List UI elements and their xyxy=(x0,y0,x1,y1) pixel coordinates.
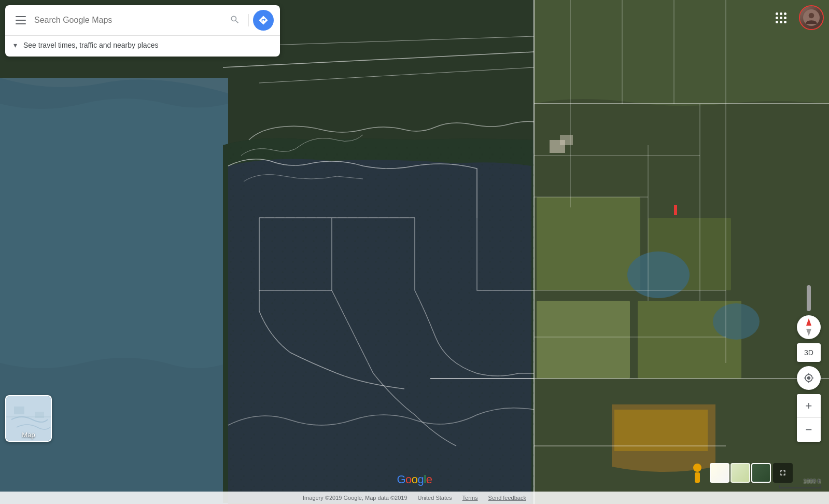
pegman-button[interactable] xyxy=(687,459,708,486)
search-input[interactable] xyxy=(34,16,226,25)
map-type-button[interactable]: Map xyxy=(5,395,52,442)
menu-line-1 xyxy=(16,16,26,17)
3d-button[interactable]: 3D xyxy=(797,343,821,362)
svg-point-7 xyxy=(627,251,690,298)
map-type-label: Map xyxy=(6,431,51,439)
top-right-controls xyxy=(771,5,824,30)
chevron-down-icon: ▾ xyxy=(13,41,17,49)
map-default-button[interactable] xyxy=(710,463,729,483)
grid-dot xyxy=(784,12,786,15)
map-type-squares xyxy=(710,463,771,483)
svg-rect-32 xyxy=(228,145,534,503)
divider xyxy=(248,14,249,26)
compass-south-needle xyxy=(806,329,811,336)
logo-g2: g xyxy=(418,473,424,486)
logo-g1: G xyxy=(397,473,405,486)
pegman-head xyxy=(693,464,701,472)
svg-point-8 xyxy=(713,303,760,340)
avatar-inner xyxy=(800,6,823,29)
search-panel: ▾ See travel times, traffic and nearby p… xyxy=(5,5,280,57)
map-terrain-button[interactable] xyxy=(730,463,750,483)
grid-dot xyxy=(776,17,778,19)
grid-dot xyxy=(780,12,782,15)
grid-dot xyxy=(780,21,782,23)
grid-dot xyxy=(776,12,778,15)
logo-o2: o xyxy=(412,473,418,486)
menu-line-2 xyxy=(16,20,26,21)
bottom-bar: Imagery ©2019 Google, Map data ©2019 Uni… xyxy=(0,492,829,504)
logo-e: e xyxy=(426,473,432,486)
menu-button[interactable] xyxy=(11,12,30,29)
directions-button[interactable] xyxy=(253,10,274,31)
grid-dot xyxy=(780,17,782,19)
scale-text: 1000 ft xyxy=(803,478,821,484)
locate-button[interactable] xyxy=(797,366,821,390)
tilt-handle[interactable] xyxy=(807,285,811,311)
compass-north-needle xyxy=(806,318,811,326)
scale-line xyxy=(779,485,821,488)
search-button[interactable] xyxy=(226,10,244,31)
zoom-in-button[interactable]: + xyxy=(797,394,821,418)
region-text: United States xyxy=(418,495,452,501)
terms-link[interactable]: Terms xyxy=(462,495,478,501)
svg-rect-3 xyxy=(537,197,640,290)
google-logo: Google xyxy=(397,473,432,486)
search-row xyxy=(5,5,280,35)
map-type-toggle[interactable]: Map xyxy=(5,395,52,442)
apps-grid-icon xyxy=(776,12,786,23)
svg-rect-27 xyxy=(560,135,573,145)
scale-bar: 1000 ft xyxy=(779,478,821,488)
travel-times-row[interactable]: ▾ See travel times, traffic and nearby p… xyxy=(5,35,280,57)
send-feedback-link[interactable]: Send feedback xyxy=(488,495,526,501)
svg-rect-28 xyxy=(674,205,677,215)
apps-button[interactable] xyxy=(771,8,791,27)
grid-dot xyxy=(784,21,786,23)
user-avatar[interactable] xyxy=(799,5,824,30)
zoom-controls: + − xyxy=(797,394,821,442)
imagery-credit: Imagery ©2019 Google, Map data ©2019 xyxy=(303,495,408,501)
pegman-icon xyxy=(693,464,701,483)
menu-line-3 xyxy=(16,23,26,24)
pegman-body xyxy=(695,472,700,483)
map-controls: 3D + − xyxy=(797,285,821,442)
svg-rect-9 xyxy=(614,410,708,451)
svg-point-37 xyxy=(809,13,814,19)
grid-dot xyxy=(776,21,778,23)
compass-button[interactable] xyxy=(797,315,821,339)
map-container[interactable] xyxy=(0,0,829,504)
bottom-controls xyxy=(687,459,793,486)
search-box: ▾ See travel times, traffic and nearby p… xyxy=(5,5,280,57)
grid-dot xyxy=(784,17,786,19)
travel-times-text: See travel times, traffic and nearby pla… xyxy=(23,41,158,49)
logo-o1: o xyxy=(405,473,412,486)
zoom-out-button[interactable]: − xyxy=(797,418,821,442)
svg-rect-39 xyxy=(14,407,24,414)
map-satellite-button[interactable] xyxy=(751,463,771,483)
svg-rect-5 xyxy=(537,301,630,379)
